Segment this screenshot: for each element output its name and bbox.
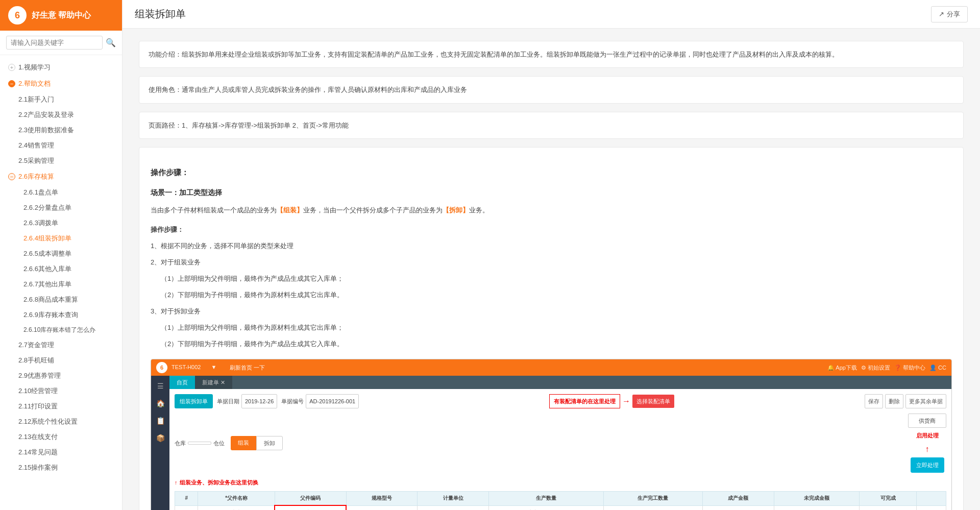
step2-1: （1）上部明细为父件明细，最终作为产成品生成其它入库单； [151, 272, 952, 285]
scene-title: 场景一：加工类型选择 [151, 188, 222, 197]
step3-1: （1）上部明细为父件明细，最终作为原材料生成其它出库单； [151, 321, 952, 334]
sidebar-header: 6 好生意 帮助中心 [0, 0, 122, 31]
table-row: 1 米木 成品 套 生产数量 > 10... [175, 505, 946, 510]
sidebar-item-cases[interactable]: 2.15操作案例 [0, 460, 122, 475]
sidebar-item-faq[interactable]: 2.14常见问题 [0, 445, 122, 460]
up-arrow-icon: ↑ [175, 477, 178, 488]
mock-refresh-btn: 刷新首页 一下 [227, 361, 268, 374]
sidebar-item-personalize[interactable]: 2.12系统个性化设置 [0, 414, 122, 429]
path-text: 页面路径：1、库存核算->库存管理->组装拆卸单 2、首页->常用功能 [149, 122, 349, 129]
content-area: 功能介绍：组装拆卸单用来处理企业组装或拆卸等加工业务，支持有固定装配清单的产品加… [122, 29, 980, 510]
sidebar-item-cost-recalc[interactable]: 2.6.8商品成本重算 [0, 292, 122, 307]
step1: 1、根据不同的业务，选择不同单据的类型来处理 [151, 239, 952, 253]
sidebar-item-ledger-query[interactable]: 2.6.9库存账本查询 [0, 307, 122, 323]
steps-title: 操作步骤： [151, 165, 952, 180]
mock-supplier-input: 供货商 [908, 414, 946, 428]
mock-main-content: 自页 新建单 ✕ 组装拆卸单 单据日期 2019-12-26 [169, 376, 951, 510]
sidebar-item-data-prep[interactable]: 2.3使用前数据准备 [0, 123, 122, 138]
minus-icon: − [8, 173, 15, 180]
mock-type-toggle: 组装 拆卸 [231, 436, 283, 450]
expand-icon-active: − [8, 80, 15, 87]
mock-no-field: 单据编号 AD-20191226-001 [281, 394, 359, 408]
sidebar-item-sales[interactable]: 2.4销售管理 [0, 138, 122, 153]
intro-block: 功能介绍：组装拆卸单用来处理企业组装或拆卸等加工业务，支持有固定装配清单的产品加… [139, 41, 964, 68]
app-logo: 6 [8, 6, 27, 25]
mock-tabs: 自页 新建单 ✕ [169, 376, 951, 389]
mock-form-toolbar: 组装拆卸单 单据日期 2019-12-26 单据编号 AD-20191226-0… [175, 393, 946, 409]
nav-tree: + 1.视频学习 − 2.帮助文档 2.1新手入门 2.2产品安装及登录 2.3… [0, 55, 122, 510]
mock-doc-type-btn: 组装拆卸单 [175, 394, 213, 408]
screenshot-container: 6 TEST-H002 ▼ 刷新首页 一下 🔔 App下载 ⚙ 初始设置 ❓ 帮… [151, 359, 952, 510]
sidebar-item-newcomer[interactable]: 2.1新手入门 [0, 92, 122, 107]
search-button[interactable]: 🔍 [106, 38, 116, 47]
mock-annotation-area-1: 有装配清单的在这里处理 → 选择装配清单 [363, 393, 861, 409]
step2-2: （2）下部明细为子件明细，最终作为原材料生成其它出库单。 [151, 288, 952, 302]
annotation-1: 有装配清单的在这里处理 [549, 394, 620, 408]
share-icon: ↗ [939, 10, 944, 18]
mock-menu: TEST-H002 ▼ 刷新首页 一下 [172, 361, 268, 374]
sidebar-item-other-out[interactable]: 2.6.7其他出库单 [0, 277, 122, 292]
sidebar-item-purchase[interactable]: 2.5采购管理 [0, 153, 122, 168]
annotation-2: 组装业务、拆卸业务在这里切换 [180, 477, 258, 488]
mock-tab-new: 新建单 ✕ [195, 376, 232, 389]
mock-doc-form: 组装拆卸单 单据日期 2019-12-26 单据编号 AD-20191226-0… [169, 389, 951, 510]
sidebar-item-cost-adjust[interactable]: 2.6.5成本调整单 [0, 246, 122, 261]
role-text: 使用角色：通常由生产人员或库管人员完成拆装业务的操作，库管人员确认原材料的出库和… [149, 86, 467, 93]
mock-right-icons: 🔔 App下载 ⚙ 初始设置 ❓ 帮助中心 👤 CC [827, 362, 946, 373]
sidebar-item-install[interactable]: 2.2产品安装及登录 [0, 107, 122, 123]
sidebar-item-ledger-fix[interactable]: 2.6.10库存账本错了怎么办 [0, 323, 122, 337]
expand-icon: + [8, 64, 15, 71]
annotation-2-row: ↑ 组装业务、拆卸业务在这里切换 [175, 477, 946, 488]
main-area: 组装拆卸单 ↗ 分享 功能介绍：组装拆卸单用来处理企业组装或拆卸等加工业务，支持… [122, 0, 980, 510]
sidebar-item-other-in[interactable]: 2.6.6其他入库单 [0, 261, 122, 277]
ops-steps-title: 操作步骤： [151, 223, 952, 236]
sidebar-item-operations[interactable]: 2.10经营管理 [0, 383, 122, 399]
sidebar-item-mobile[interactable]: 2.8手机旺铺 [0, 353, 122, 368]
role-block: 使用角色：通常由生产人员或库管人员完成拆装业务的操作，库管人员确认原材料的出库和… [139, 76, 964, 103]
step3-2: （2）下部明细为子件明细，最终作为产成品生成其它入库单。 [151, 337, 952, 351]
sidebar-item-inventory[interactable]: − 2.6库存核算 [0, 168, 122, 185]
sidebar-item-coupon[interactable]: 2.9优惠券管理 [0, 368, 122, 383]
sidebar-item-finance[interactable]: 2.7资金管理 [0, 337, 122, 353]
mock-date-field: 单据日期 2019-12-26 [217, 394, 277, 408]
step3: 3、对于拆卸业务 [151, 305, 952, 318]
steps-block: 操作步骤： 场景一：加工类型选择 当由多个子件材料组装成一个成品的业务为【组装】… [139, 147, 964, 510]
mock-logo: 6 [156, 362, 167, 373]
mock-topbar: 6 TEST-H002 ▼ 刷新首页 一下 🔔 App下载 ⚙ 初始设置 ❓ 帮… [151, 359, 951, 376]
sidebar-item-online-pay[interactable]: 2.13在线支付 [0, 429, 122, 445]
intro-text: 功能介绍：组装拆卸单用来处理企业组装或拆卸等加工业务，支持有固定装配清单的产品加… [149, 51, 839, 58]
share-button[interactable]: ↗ 分享 [931, 6, 968, 22]
search-box: 🔍 [0, 31, 122, 55]
annotation-3: 启用处理 [916, 430, 939, 441]
mock-sidebar-nav: ☰ 🏠 📋 📦 自页 新建单 ✕ [151, 376, 951, 510]
mock-annotation-3-area: 供货商 启用处理 ↑ 立即处理 [908, 414, 946, 473]
sidebar-item-video-learning[interactable]: + 1.视频学习 [0, 59, 122, 76]
mock-action-btns: 保存 删除 更多其余单据 [865, 394, 946, 408]
page-title: 组装拆卸单 [135, 7, 186, 21]
mock-sub-toolbar: 仓库 仓位 组装 拆卸 供货商 [175, 414, 946, 473]
sidebar-item-stocktake[interactable]: 2.6.1盘点单 [0, 185, 122, 200]
sidebar: 6 好生意 帮助中心 🔍 + 1.视频学习 − 2.帮助文档 2.1新手入门 2… [0, 0, 122, 510]
app-title: 好生意 帮助中心 [32, 10, 91, 21]
mock-table-top: # *父件名称 父件编码 规格型号 计量单位 生产数量 生产完工数量 成产金额 [175, 491, 946, 510]
path-block: 页面路径：1、库存核算->库存管理->组装拆卸单 2、首页->常用功能 [139, 112, 964, 139]
sidebar-item-help-docs[interactable]: − 2.帮助文档 [0, 76, 122, 92]
sidebar-item-assembly[interactable]: 2.6.4组装拆卸单 [0, 231, 122, 246]
mock-warehouse-field: 仓库 仓位 [175, 438, 225, 449]
sidebar-item-partial-stocktake[interactable]: 2.6.2分量盘点单 [0, 200, 122, 215]
topbar: 组装拆卸单 ↗ 分享 [122, 0, 980, 29]
step2: 2、对于组装业务 [151, 256, 952, 269]
sidebar-item-print[interactable]: 2.11打印设置 [0, 399, 122, 414]
scene-desc: 当由多个子件材料组装成一个成品的业务为【组装】业务，当由一个父件拆分成多个子产品… [151, 204, 952, 217]
mock-icon-sidebar: ☰ 🏠 📋 📦 [151, 376, 169, 510]
sidebar-item-transfer[interactable]: 2.6.3调拨单 [0, 215, 122, 231]
search-input[interactable] [6, 36, 103, 50]
mock-tab-home: 自页 [169, 376, 195, 389]
